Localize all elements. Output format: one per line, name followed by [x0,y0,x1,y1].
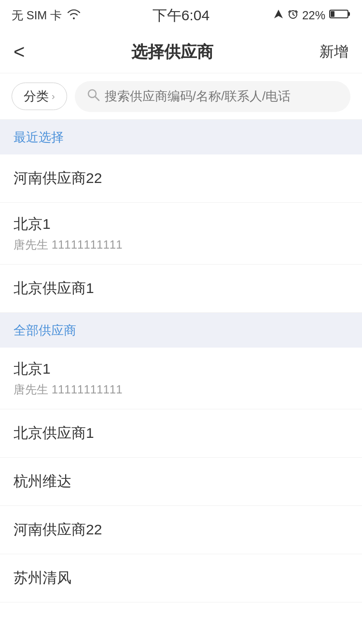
item-name: 苏州清风 [14,568,348,588]
item-sub: 唐先生 11111111111 [14,382,348,397]
all-items-list: 北京1唐先生 11111111111北京供应商1杭州维达河南供应商22苏州清风 [0,348,362,602]
alarm-icon [288,9,298,22]
nav-bar: < 选择供应商 新增 [0,31,362,73]
item-name: 北京供应商1 [14,279,348,298]
list-item[interactable]: 北京供应商1 [0,409,362,458]
status-time: 下午6:04 [153,6,209,26]
item-sub: 唐先生 11111111111 [14,237,348,252]
recent-section-label: 最近选择 [14,129,64,146]
list-item[interactable]: 河南供应商22 [0,154,362,203]
battery-text: 22% [302,9,325,22]
item-name: 北京1 [14,359,348,379]
search-icon [86,88,100,105]
page-title: 选择供应商 [131,41,213,63]
all-section-header: 全部供应商 [0,313,362,348]
location-icon [273,9,284,22]
svg-line-2 [293,14,294,15]
all-section-label: 全部供应商 [14,322,76,339]
search-input[interactable] [105,89,339,104]
recent-items-list: 河南供应商22北京1唐先生 11111111111北京供应商1 [0,154,362,313]
list-item[interactable]: 苏州清风 [0,554,362,602]
category-button[interactable]: 分类 › [12,83,67,110]
new-action-button[interactable]: 新增 [320,42,348,62]
wifi-icon [67,9,81,22]
category-label: 分类 [24,88,49,105]
search-box[interactable] [75,81,350,112]
svg-line-7 [95,97,99,100]
status-bar: 无 SIM 卡 下午6:04 22% [0,0,362,31]
list-item[interactable]: 杭州维达 [0,458,362,506]
filter-bar: 分类 › [0,73,362,120]
item-name: 河南供应商22 [14,168,348,188]
svg-rect-4 [348,12,350,16]
back-button[interactable]: < [14,41,25,63]
list-item[interactable]: 北京1唐先生 11111111111 [0,203,362,265]
item-name: 杭州维达 [14,472,348,491]
list-item[interactable]: 北京1唐先生 11111111111 [0,348,362,409]
svg-rect-5 [331,11,334,17]
item-name: 北京1 [14,214,348,234]
status-right: 22% [273,9,350,22]
carrier-text: 无 SIM 卡 [12,8,62,23]
status-left: 无 SIM 卡 [12,8,81,23]
recent-section-header: 最近选择 [0,120,362,154]
list-item[interactable]: 北京供应商1 [0,265,362,313]
battery-icon [329,9,350,22]
item-name: 河南供应商22 [14,520,348,540]
list-item[interactable]: 河南供应商22 [0,506,362,554]
chevron-right-icon: › [52,91,55,102]
item-name: 北京供应商1 [14,423,348,443]
